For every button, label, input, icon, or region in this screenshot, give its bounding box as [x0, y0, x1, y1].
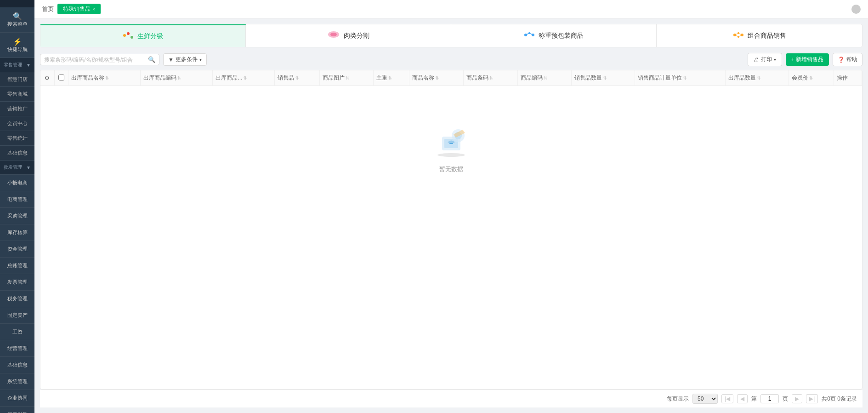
page-total-label: 页 — [783, 395, 788, 403]
search-box[interactable]: 🔍 — [40, 54, 159, 65]
col-main-weight[interactable]: 主重 ⇅ — [374, 70, 409, 86]
svg-point-1 — [127, 32, 130, 35]
col-out-product-code[interactable]: 出库商品编码 ⇅ — [140, 70, 212, 86]
sort-icon-sale-quantity: ⇅ — [603, 75, 607, 80]
sort-icon-sale-unit: ⇅ — [683, 75, 686, 80]
col-sale-quantity[interactable]: 销售品数量 ⇅ — [572, 70, 635, 86]
col-product-name[interactable]: 商品名称 ⇅ — [409, 70, 464, 86]
sidebar-item-promo[interactable]: 营销推广 — [0, 102, 34, 116]
top-bar: 首页 特殊销售品 × — [34, 0, 868, 18]
col-action: 操作 — [834, 70, 862, 86]
active-tab[interactable]: 特殊销售品 × — [57, 4, 101, 14]
user-avatar[interactable] — [851, 5, 861, 14]
col-checkbox[interactable] — [54, 70, 68, 86]
page-next-button[interactable]: ▶ — [792, 394, 802, 403]
new-product-button[interactable]: + 新增销售品 — [786, 53, 829, 66]
toolbar: 🔍 ▼ 更多条件 ▾ 🖨 打印 ▾ + 新增销售品 ❓ — [40, 53, 862, 66]
sidebar-item-mini-ecom[interactable]: 小畅电商 — [0, 175, 34, 191]
sidebar-item-member-center[interactable]: 会员中心 — [0, 116, 34, 131]
help-icon: ❓ — [838, 57, 845, 63]
pagination-bar: 每页显示 10 20 50 100 |◀ ◀ 第 页 ▶ ▶| 共0页 0条记录 — [40, 390, 862, 407]
tab-close-icon[interactable]: × — [92, 6, 95, 12]
sidebar-item-basic-info[interactable]: 基础信息 — [0, 146, 34, 161]
sort-icon-member-price: ⇅ — [809, 75, 813, 80]
col-sale-unit[interactable]: 销售商品计量单位 ⇅ — [635, 70, 725, 86]
page-last-button[interactable]: ▶| — [806, 394, 818, 403]
wholesale-expand-icon: ▼ — [26, 165, 31, 170]
col-product-image[interactable]: 商品图片 ⇅ — [319, 70, 374, 86]
weight-prepack-icon — [524, 30, 535, 41]
sidebar-item-quick-nav[interactable]: ⚡ 快捷导航 — [0, 33, 34, 58]
toolbar-right: 🖨 打印 ▾ + 新增销售品 ❓ 帮助 — [748, 53, 862, 66]
meat-cut-icon — [327, 30, 340, 41]
page-size-select[interactable]: 10 20 50 100 — [692, 394, 718, 404]
tab-meat-cut[interactable]: 肉类分割 — [246, 24, 451, 47]
sidebar-item-invoice[interactable]: 发票管理 — [0, 274, 34, 291]
filter-button[interactable]: ▼ 更多条件 ▾ — [163, 53, 207, 66]
category-tabs: 生鲜分级 肉类分割 称重预包装商品 组合商品销售 — [40, 24, 862, 47]
sidebar-item-accounting[interactable]: 总账管理 — [0, 258, 34, 274]
help-button[interactable]: ❓ 帮助 — [833, 53, 862, 66]
col-product-barcode[interactable]: 商品条码 ⇅ — [463, 70, 517, 86]
sidebar-item-finance[interactable]: 资金管理 — [0, 241, 34, 258]
sidebar-item-tax[interactable]: 税务管理 — [0, 291, 34, 307]
col-out-product-name[interactable]: 出库商品名称 ⇅ — [68, 70, 140, 86]
combo-sales-icon — [733, 30, 744, 41]
sort-icon-out-product-name: ⇅ — [105, 75, 109, 80]
col-out-quantity[interactable]: 出库品数量 ⇅ — [726, 70, 789, 86]
sidebar-item-retail-mall[interactable]: 零售商城 — [0, 87, 34, 102]
svg-point-2 — [130, 36, 133, 39]
tab-fresh-grade[interactable]: 生鲜分级 — [40, 24, 246, 47]
print-button[interactable]: 🖨 打印 ▾ — [748, 53, 782, 66]
sidebar-item-inventory[interactable]: 库存核算 — [0, 224, 34, 241]
sidebar-item-basic-info2[interactable]: 基础信息 — [0, 357, 34, 373]
sidebar-item-wages[interactable]: 工资 — [0, 324, 34, 340]
sidebar-item-newbie[interactable]: 新手引导 — [0, 407, 34, 413]
sidebar-item-ecom-mgmt[interactable]: 电商管理 — [0, 191, 34, 208]
tab-combo-sales[interactable]: 组合商品销售 — [657, 24, 862, 47]
sort-icon-out-product-info: ⇅ — [243, 75, 247, 80]
col-settings[interactable]: ⚙ — [40, 70, 54, 86]
sidebar-section-wholesale[interactable]: 批发管理 ▼ — [0, 161, 34, 175]
filter-chevron-icon: ▾ — [199, 57, 202, 62]
sidebar-item-retail-stats[interactable]: 零售统计 — [0, 131, 34, 146]
sidebar-item-smart-store[interactable]: 智慧门店 — [0, 72, 34, 87]
table-body: 暂无数据 — [40, 86, 862, 211]
sidebar-item-purchase-mgmt[interactable]: 采购管理 — [0, 208, 34, 224]
col-product-code[interactable]: 商品编码 ⇅ — [517, 70, 572, 86]
empty-cell: 暂无数据 — [40, 86, 862, 211]
col-sale-product[interactable]: 销售品 ⇅ — [274, 70, 319, 86]
sidebar-logo — [0, 0, 34, 7]
sidebar: 🔍 搜索菜单 ⚡ 快捷导航 零售管理 ▼ 智慧门店 零售商城 营销推广 会员中心… — [0, 0, 34, 413]
sort-icon-product-code: ⇅ — [544, 75, 547, 80]
sidebar-item-sys-mgmt[interactable]: 系统管理 — [0, 373, 34, 390]
search-input[interactable] — [44, 57, 148, 63]
page-prev-button[interactable]: ◀ — [737, 394, 748, 403]
col-out-product-info[interactable]: 出库商品... ⇅ — [213, 70, 274, 86]
breadcrumb-home[interactable]: 首页 — [42, 5, 54, 13]
page-label: 第 — [751, 395, 757, 403]
select-all-checkbox[interactable] — [58, 75, 64, 80]
page-first-button[interactable]: |◀ — [721, 394, 733, 403]
tab-weight-prepack[interactable]: 称重预包装商品 — [451, 24, 657, 47]
col-member-price[interactable]: 会员价 ⇅ — [789, 70, 834, 86]
empty-state: 暂无数据 — [40, 86, 862, 210]
sidebar-section-retail[interactable]: 零售管理 ▼ — [0, 58, 34, 72]
content-area: 生鲜分级 肉类分割 称重预包装商品 组合商品销售 — [34, 18, 868, 413]
toolbar-left: 🔍 ▼ 更多条件 ▾ — [40, 53, 207, 66]
sort-icon-product-image: ⇅ — [346, 75, 349, 80]
sidebar-item-fixed-assets[interactable]: 固定资产 — [0, 307, 34, 324]
filter-icon: ▼ — [168, 57, 174, 63]
sort-icon-product-barcode: ⇅ — [489, 75, 493, 80]
sidebar-item-ops-mgmt[interactable]: 经营管理 — [0, 340, 34, 357]
total-records: 共0页 0条记录 — [822, 395, 857, 403]
table-container: ⚙ 出库商品名称 ⇅ 出库商 — [40, 70, 862, 390]
svg-point-18 — [437, 153, 465, 157]
data-table: ⚙ 出库商品名称 ⇅ 出库商 — [40, 70, 862, 210]
page-number-input[interactable] — [760, 394, 779, 403]
search-icon[interactable]: 🔍 — [148, 56, 155, 63]
empty-row: 暂无数据 — [40, 86, 862, 211]
sidebar-item-enterprise[interactable]: 企业协同 — [0, 390, 34, 407]
sidebar-item-search-menu[interactable]: 🔍 搜索菜单 — [0, 7, 34, 33]
settings-icon[interactable]: ⚙ — [45, 75, 50, 81]
